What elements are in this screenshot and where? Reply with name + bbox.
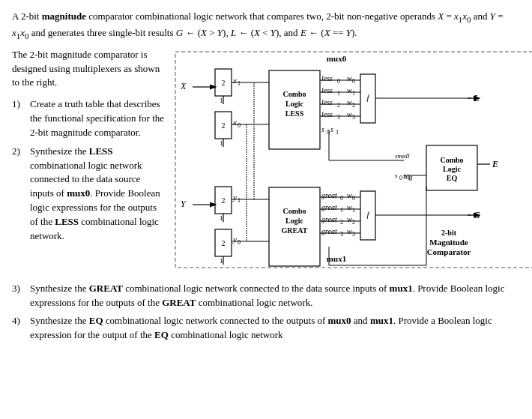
list-item-2: 2) Synthesize the LESS combinational log…: [12, 145, 166, 244]
svg-text:w: w: [347, 227, 352, 235]
svg-text:f: f: [366, 93, 370, 102]
svg-text:w: w: [347, 74, 352, 82]
svg-text:EQ: EQ: [447, 174, 458, 182]
svg-text:1: 1: [340, 207, 343, 214]
svg-text:w: w: [347, 203, 352, 211]
circuit-diagram: mux0 mux1 2 1 2 1 X x1: [172, 48, 532, 273]
svg-text:Y: Y: [181, 199, 187, 209]
svg-text:s: s: [321, 125, 324, 133]
diagram-area: mux0 mux1 2 1 2 1 X x1: [172, 48, 532, 276]
svg-text:great: great: [321, 215, 337, 223]
svg-text:0: 0: [238, 122, 241, 129]
svg-text:x: x: [232, 76, 237, 85]
svg-text:mux0: mux0: [327, 54, 347, 63]
svg-text:great: great: [321, 191, 337, 199]
svg-text:2: 2: [337, 102, 340, 109]
comparator-desc: The 2-bit magnitude comparator is design…: [12, 48, 166, 91]
svg-text:less: less: [321, 74, 333, 82]
svg-text:0: 0: [337, 78, 340, 85]
bottom-section: 3) Synthesize the GREAT combinational lo…: [12, 282, 520, 343]
svg-text:1: 1: [238, 197, 241, 204]
svg-text:great: great: [321, 227, 337, 235]
svg-text:1: 1: [336, 129, 339, 136]
svg-text:3: 3: [337, 114, 340, 121]
svg-text:less: less: [321, 86, 333, 94]
svg-text:1: 1: [337, 90, 340, 97]
svg-text:0: 0: [340, 195, 343, 202]
svg-text:w: w: [347, 110, 352, 118]
svg-text:X: X: [180, 81, 187, 91]
svg-text:2: 2: [352, 102, 355, 109]
svg-text:w: w: [347, 86, 352, 94]
svg-text:less: less: [321, 110, 333, 118]
svg-text:Logic: Logic: [285, 217, 303, 225]
svg-text:0: 0: [352, 195, 355, 202]
left-text: The 2-bit magnitude comparator is design…: [12, 48, 166, 248]
svg-text:2: 2: [222, 239, 226, 247]
svg-text:2-bit: 2-bit: [441, 229, 457, 237]
svg-text:f: f: [366, 210, 370, 219]
item-num-3: 3): [12, 282, 25, 310]
item-4: 4) Synthesize the EQ combinational logic…: [12, 314, 520, 343]
svg-text:1: 1: [220, 257, 223, 265]
main-layout: The 2-bit magnitude comparator is design…: [12, 48, 520, 276]
svg-text:3: 3: [352, 231, 355, 238]
svg-text:w: w: [347, 215, 352, 223]
item-text-1: Create a truth table that describes the …: [30, 97, 166, 140]
svg-text:Comparator: Comparator: [427, 247, 471, 256]
svg-text:1: 1: [352, 207, 355, 214]
svg-text:s: s: [330, 125, 333, 133]
svg-text:1: 1: [220, 139, 223, 147]
svg-text:Combo: Combo: [282, 90, 306, 98]
svg-text:GREAT: GREAT: [282, 226, 308, 235]
svg-text:LESS: LESS: [285, 109, 304, 118]
item-num-4: 4): [12, 314, 25, 343]
svg-text:Magnitude: Magnitude: [429, 238, 468, 247]
svg-text:y: y: [232, 235, 237, 244]
svg-text:less: less: [321, 98, 333, 106]
list-item-1: 1) Create a truth table that describes t…: [12, 97, 166, 140]
page-content: A 2-bit magnitude comparator combination…: [12, 9, 520, 343]
svg-text:E: E: [492, 159, 498, 169]
item-text-2: Synthesize the LESS combinational logic …: [30, 145, 166, 244]
item-num-1: 1): [12, 97, 25, 140]
svg-text:1: 1: [408, 175, 411, 181]
svg-text:1: 1: [220, 214, 223, 222]
svg-text:y: y: [232, 193, 237, 202]
svg-text:1: 1: [238, 80, 241, 87]
svg-text:mux1: mux1: [327, 254, 346, 263]
svg-text:2: 2: [340, 219, 343, 226]
svg-text:Logic: Logic: [443, 165, 461, 173]
svg-text:2: 2: [222, 79, 226, 87]
item-num-2: 2): [12, 145, 25, 244]
item-text-4: Synthesize the EQ combinational logic ne…: [30, 314, 520, 343]
intro-paragraph: A 2-bit magnitude comparator combination…: [12, 9, 520, 42]
svg-text:2: 2: [352, 219, 355, 226]
svg-text:Logic: Logic: [285, 100, 303, 108]
svg-text:s: s: [403, 172, 406, 179]
svg-text:0: 0: [352, 78, 355, 85]
bold-magnitude: magnitude: [42, 10, 86, 22]
svg-text:great: great: [321, 203, 337, 211]
item-3: 3) Synthesize the GREAT combinational lo…: [12, 282, 520, 310]
svg-text:0: 0: [238, 239, 241, 246]
svg-text:w: w: [347, 191, 352, 199]
svg-text:1: 1: [352, 90, 355, 97]
item-text-3: Synthesize the GREAT combinational logic…: [30, 282, 520, 310]
svg-text:w: w: [347, 98, 352, 106]
svg-text:Combo: Combo: [282, 207, 306, 215]
svg-text:3: 3: [352, 114, 355, 121]
svg-text:Combo: Combo: [440, 156, 463, 164]
svg-text:1: 1: [220, 97, 223, 104]
svg-text:s: s: [395, 172, 398, 179]
numbered-list: 1) Create a truth table that describes t…: [12, 97, 166, 243]
svg-text:3: 3: [340, 231, 343, 238]
svg-text:0: 0: [399, 175, 402, 181]
svg-text:2: 2: [222, 196, 226, 205]
svg-text:2: 2: [222, 121, 226, 130]
svg-text:x: x: [232, 118, 237, 127]
svg-text:small: small: [395, 152, 410, 160]
